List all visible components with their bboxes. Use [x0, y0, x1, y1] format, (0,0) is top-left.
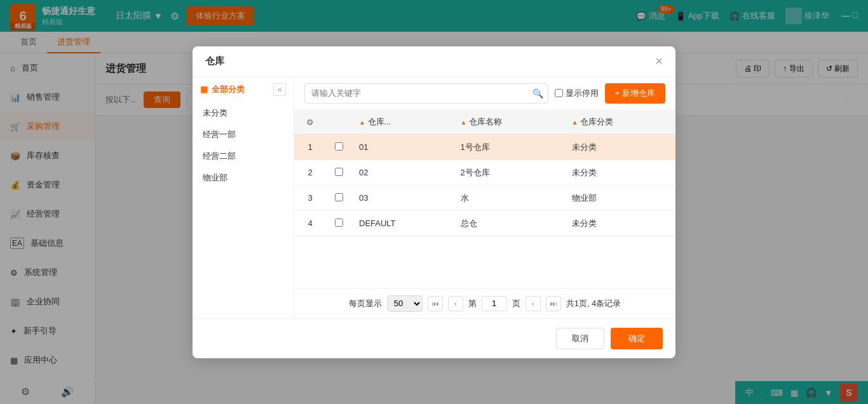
- page-label: 第: [468, 298, 477, 309]
- confirm-button[interactable]: 确定: [611, 328, 663, 349]
- row4-checkbox[interactable]: [335, 219, 343, 227]
- table-row[interactable]: 3 03 水 物业部: [294, 185, 675, 211]
- col-code-header[interactable]: ▲ 仓库...: [351, 111, 453, 135]
- last-page-button[interactable]: ⏭: [546, 296, 561, 311]
- row2-checkbox[interactable]: [335, 168, 343, 176]
- all-categories-button[interactable]: ▦ 全部分类: [200, 84, 245, 95]
- row4-name: 总仓: [453, 211, 564, 236]
- modal-title: 仓库: [205, 55, 224, 67]
- row1-num: 1: [294, 135, 326, 160]
- row4-check[interactable]: [326, 211, 351, 236]
- row3-category: 物业部: [564, 185, 675, 211]
- grid-icon: ▦: [200, 84, 208, 94]
- row1-category: 未分类: [564, 135, 675, 160]
- page-size-label: 每页显示: [349, 298, 382, 309]
- pagination-bar: 每页显示 50 100 200 ⏮ ‹ 第 页 › ⏭ 共1页, 4条: [294, 288, 675, 318]
- search-icon[interactable]: 🔍: [532, 88, 543, 98]
- page-unit-label: 页: [512, 298, 520, 309]
- row2-num: 2: [294, 160, 326, 185]
- warehouse-table-wrap: ⚙ ▲ 仓库... ▲ 仓库名称: [294, 111, 675, 288]
- total-info: 共1页, 4条记录: [566, 298, 621, 309]
- cat-item-dept1[interactable]: 经营一部: [193, 124, 294, 145]
- cat-item-uncategorized[interactable]: 未分类: [193, 102, 294, 124]
- table-area: 🔍 显示停用 + 新增仓库 ⚙: [294, 77, 675, 318]
- row1-code: 01: [351, 135, 453, 160]
- row2-name: 2号仓库: [453, 160, 564, 185]
- table-row[interactable]: 2 02 2号仓库 未分类: [294, 160, 675, 185]
- row2-check[interactable]: [326, 160, 351, 185]
- category-sidebar: ▦ 全部分类 « 未分类 经营一部 经营二部 物业部: [193, 77, 294, 318]
- row2-code: 02: [351, 160, 453, 185]
- row4-code: DEFAULT: [351, 211, 453, 236]
- cat-item-dept2[interactable]: 经营二部: [193, 145, 294, 167]
- row4-num: 4: [294, 211, 326, 236]
- modal-close-button[interactable]: ×: [655, 55, 663, 67]
- row4-category: 未分类: [564, 211, 675, 236]
- next-page-button[interactable]: ›: [526, 296, 541, 311]
- modal-footer: 取消 确定: [193, 318, 675, 358]
- col-name-header[interactable]: ▲ 仓库名称: [453, 111, 564, 135]
- row3-check[interactable]: [326, 185, 351, 211]
- row2-category: 未分类: [564, 160, 675, 185]
- sort-icon-code: ▲: [359, 119, 365, 126]
- collapse-sidebar-button[interactable]: «: [273, 83, 286, 96]
- all-categories-label: 全部分类: [212, 84, 245, 95]
- col-check-header: [326, 111, 351, 135]
- row3-name: 水: [453, 185, 564, 211]
- row1-name: 1号仓库: [453, 135, 564, 160]
- add-warehouse-button[interactable]: + 新增仓库: [605, 83, 665, 104]
- show-disabled-checkbox[interactable]: [555, 89, 563, 97]
- col-category-header[interactable]: ▲ 仓库分类: [564, 111, 675, 135]
- show-disabled-label[interactable]: 显示停用: [555, 88, 599, 99]
- page-number-input[interactable]: [482, 296, 507, 311]
- first-page-button[interactable]: ⏮: [428, 296, 443, 311]
- table-row[interactable]: 1 01 1号仓库 未分类: [294, 135, 675, 160]
- row1-check[interactable]: [326, 135, 351, 160]
- sort-icon-cat: ▲: [572, 119, 578, 126]
- row1-checkbox[interactable]: [335, 142, 343, 151]
- warehouse-search-input[interactable]: [304, 83, 548, 104]
- cat-item-property[interactable]: 物业部: [193, 167, 294, 189]
- prev-page-button[interactable]: ‹: [448, 296, 463, 311]
- row3-num: 3: [294, 185, 326, 211]
- page-size-select[interactable]: 50 100 200: [387, 295, 423, 312]
- sort-icon-name: ▲: [461, 119, 467, 126]
- modal-overlay: 仓库 × ▦ 全部分类 « 未分类 经营一部 经营二部: [0, 0, 868, 404]
- col-gear-header: ⚙: [294, 111, 326, 135]
- cancel-button[interactable]: 取消: [556, 328, 604, 349]
- row3-code: 03: [351, 185, 453, 211]
- warehouse-modal: 仓库 × ▦ 全部分类 « 未分类 经营一部 经营二部: [193, 46, 675, 358]
- row3-checkbox[interactable]: [335, 193, 343, 201]
- table-row[interactable]: 4 DEFAULT 总仓 未分类: [294, 211, 675, 236]
